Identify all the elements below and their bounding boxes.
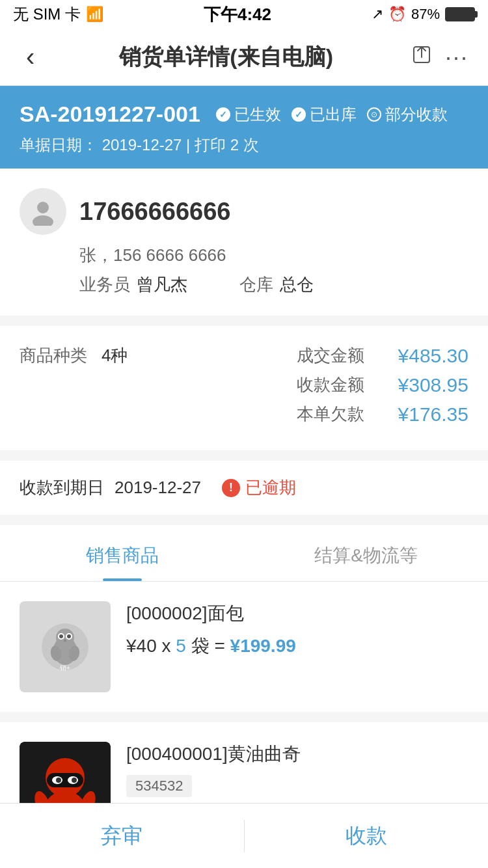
cancel-button[interactable]: 弃审 [0,804,244,868]
order-date-line: 单据日期： 2019-12-27 | 打印 2 次 [20,135,468,156]
order-id: SA-20191227-001 [20,102,200,127]
product-type-item: 商品种类 4种 [20,344,128,367]
customer-meta: 业务员 曾凡杰 仓库 总仓 [20,273,468,296]
summary-right: 成交金额 ¥485.30 收款金额 ¥308.95 本单欠款 ¥176.35 [297,344,468,432]
product-sku-2: 534532 [126,775,192,797]
product-info-1: [0000002]面包 ¥40 x 5 袋 = ¥199.99 [126,601,468,658]
svg-point-8 [59,634,63,638]
summary-row: 商品种类 4种 成交金额 ¥485.30 收款金额 ¥308.95 本单欠款 ¥… [20,344,468,432]
svg-point-1 [37,202,49,213]
transaction-amount: 成交金额 ¥485.30 [297,344,468,367]
svg-point-20 [72,778,77,783]
more-button[interactable]: ··· [445,44,468,71]
status-badge-partial: ⊙ 部分收款 [367,104,448,125]
nav-bar: ‹ 销货单详情(来自电脑) ··· [0,29,488,86]
product-price-1: ¥40 x 5 袋 = ¥199.99 [126,634,468,658]
due-date-section: 收款到期日 2019-12-27 ! 已逾期 [0,461,488,515]
page-title: 销货单详情(来自电脑) [119,42,333,72]
product-name-2: [000400001]黄油曲奇 [126,742,468,766]
battery-text: 87% [411,6,440,23]
summary-section: 商品种类 4种 成交金额 ¥485.30 收款金额 ¥308.95 本单欠款 ¥… [0,326,488,450]
overdue-text: 已逾期 [245,476,296,499]
svg-point-19 [56,778,61,783]
location-icon: ↗ [372,6,383,23]
warehouse: 仓库 总仓 [239,273,314,296]
customer-section: 17666666666 张，156 6666 6666 业务员 曾凡杰 仓库 总… [0,169,488,316]
alarm-icon: ⏰ [388,6,406,23]
status-left: 无 SIM 卡 📶 [13,4,103,25]
svg-point-9 [67,634,71,638]
carrier-text: 无 SIM 卡 [13,4,81,25]
tab-settlement[interactable]: 结算&物流等 [244,525,488,581]
clock-icon: ⊙ [367,107,381,122]
debt-amount: 本单欠款 ¥176.35 [297,403,468,426]
battery-icon [445,7,475,21]
avatar [20,188,66,235]
svg-text:销+: 销+ [59,664,70,671]
customer-top: 17666666666 [20,188,468,235]
status-badges: ✓ 已生效 ✓ 已出库 ⊙ 部分收款 [216,104,448,125]
received-amount: 收款金额 ¥308.95 [297,373,468,396]
check-icon-2: ✓ [291,107,306,122]
customer-phone: 17666666666 [79,198,230,226]
product-item-1: 销+ [0000002]面包 ¥40 x 5 袋 = ¥199.99 [0,582,488,712]
product-name-1: [0000002]面包 [126,601,468,626]
status-time: 下午4:42 [204,3,271,26]
bottom-actions: 弃审 收款 [0,803,488,868]
confirm-button[interactable]: 收款 [245,804,489,868]
customer-name: 张，156 6666 6666 [20,244,468,267]
order-header: SA-20191227-001 ✓ 已生效 ✓ 已出库 ⊙ 部分收款 单据日期：… [0,86,488,169]
overdue-dot-icon: ! [222,479,240,497]
share-button[interactable] [411,44,432,70]
tab-sales-products[interactable]: 销售商品 [0,525,244,581]
order-header-top: SA-20191227-001 ✓ 已生效 ✓ 已出库 ⊙ 部分收款 [20,102,468,127]
status-right: ↗ ⏰ 87% [372,6,475,23]
tabs-row: 销售商品 结算&物流等 [0,525,488,581]
sales-person: 业务员 曾凡杰 [79,273,187,296]
wifi-icon: 📶 [86,6,103,23]
summary-left: 商品种类 4种 [20,344,128,367]
overdue-badge: ! 已逾期 [222,476,296,499]
product-total-1: ¥199.99 [230,636,296,656]
nav-actions: ··· [411,44,468,71]
svg-point-2 [33,215,53,226]
status-bar: 无 SIM 卡 📶 下午4:42 ↗ ⏰ 87% [0,0,488,29]
product-qty-1: 5 [176,636,186,656]
product-image-1: 销+ [20,601,111,692]
status-badge-shipped: ✓ 已出库 [291,104,357,125]
tabs-section: 销售商品 结算&物流等 [0,525,488,582]
back-button[interactable]: ‹ [20,36,41,78]
status-badge-effective: ✓ 已生效 [216,104,281,125]
check-icon-1: ✓ [216,107,230,122]
